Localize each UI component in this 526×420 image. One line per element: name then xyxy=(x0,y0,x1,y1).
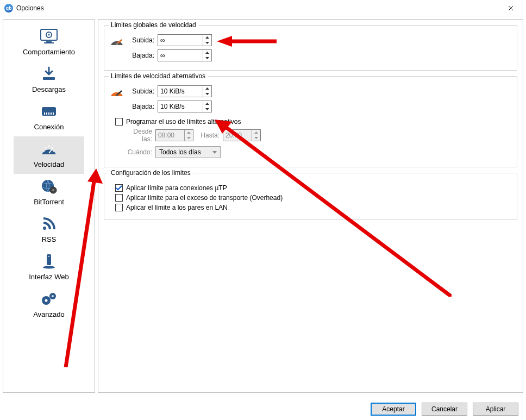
group-limit-config: Configuración de los limites Aplicar lím… xyxy=(104,173,517,220)
gears-icon xyxy=(38,290,60,308)
spin-up-icon[interactable] xyxy=(203,35,211,40)
upload-label: Subida: xyxy=(128,87,154,95)
svg-point-4 xyxy=(48,34,49,36)
from-time-input xyxy=(156,131,184,139)
window-title: Opciones xyxy=(16,4,500,12)
spin-down-icon xyxy=(252,135,260,141)
from-label: Desde las: xyxy=(122,128,152,143)
group-title: Configuración de los limites xyxy=(109,169,193,177)
alt-upload-input[interactable] xyxy=(158,87,203,95)
speedometer-alt-icon xyxy=(110,85,124,99)
lan-checkbox-label: Aplicar el límite a los pares en LAN xyxy=(126,204,228,211)
svg-rect-10 xyxy=(51,112,52,115)
global-upload-spinner[interactable] xyxy=(158,34,212,46)
svg-point-25 xyxy=(45,299,47,302)
svg-rect-7 xyxy=(44,112,45,115)
svg-rect-2 xyxy=(44,42,54,43)
alt-download-spinner[interactable] xyxy=(158,101,212,112)
sidebar-item-label: Avanzado xyxy=(33,310,65,318)
download-icon xyxy=(38,65,60,83)
dialog-footer: Aceptar Cancelar Aplicar xyxy=(0,398,526,420)
speedometer-icon xyxy=(38,140,60,158)
svg-point-27 xyxy=(52,295,54,297)
apply-button[interactable]: Aplicar xyxy=(473,403,518,416)
to-label: Hasta: xyxy=(197,131,220,139)
close-button[interactable] xyxy=(500,0,522,16)
svg-point-22 xyxy=(48,256,49,257)
from-time-spinner xyxy=(155,129,193,141)
svg-point-14 xyxy=(48,146,50,147)
alt-download-input[interactable] xyxy=(158,103,203,110)
sidebar-item-label: Comportamiento xyxy=(23,48,75,56)
global-download-spinner[interactable] xyxy=(158,49,212,61)
sidebar-item-label: Conexión xyxy=(34,123,64,131)
overhead-checkbox[interactable]: Aplicar límite para el exceso de transpo… xyxy=(115,194,511,202)
app-logo-icon: qb xyxy=(4,4,13,12)
cancel-button[interactable]: Cancelar xyxy=(422,403,467,416)
ethernet-icon xyxy=(38,102,60,121)
sidebar-item-bittorrent[interactable]: BitTorrent xyxy=(14,174,84,211)
sidebar-item-label: BitTorrent xyxy=(34,198,64,206)
spin-up-icon xyxy=(185,130,193,135)
sidebar-item-behavior[interactable]: Comportamiento xyxy=(14,24,84,61)
speedometer-small-icon xyxy=(110,34,124,48)
svg-rect-11 xyxy=(53,112,54,115)
group-title: Limites globales de velocidad xyxy=(109,21,198,29)
sidebar-item-downloads[interactable]: Descargas xyxy=(14,61,84,99)
svg-rect-8 xyxy=(46,112,47,115)
svg-point-23 xyxy=(43,266,55,269)
monitor-gear-icon xyxy=(38,27,60,46)
to-time-input xyxy=(223,131,252,139)
download-label: Bajada: xyxy=(128,103,154,110)
group-alt-limits: Límites de velocidad alternativos Subida… xyxy=(104,76,517,167)
spin-up-icon[interactable] xyxy=(203,86,211,91)
upload-label: Subida: xyxy=(128,36,154,44)
global-upload-input[interactable] xyxy=(158,36,203,44)
sidebar-item-label: RSS xyxy=(42,235,57,243)
sidebar-item-label: Velocidad xyxy=(34,160,64,168)
sidebar-item-speed[interactable]: Velocidad xyxy=(14,136,84,174)
overhead-checkbox-label: Aplicar límite para el exceso de transpo… xyxy=(126,194,283,202)
global-download-input[interactable] xyxy=(158,52,203,59)
svg-point-20 xyxy=(43,227,46,230)
schedule-checkbox-label: Programar el uso de límites alternativos xyxy=(126,118,241,126)
content-panel: Limites globales de velocidad Subida: Ba… xyxy=(98,19,523,393)
spin-up-icon xyxy=(252,130,260,135)
checkbox-box xyxy=(115,118,123,126)
spin-up-icon[interactable] xyxy=(203,50,211,55)
group-global-limits: Limites globales de velocidad Subida: Ba… xyxy=(104,25,517,71)
to-time-spinner xyxy=(223,129,261,141)
svg-point-29 xyxy=(116,94,118,96)
svg-rect-9 xyxy=(48,112,49,115)
utp-checkbox-label: Aplicar límite para conexiones µTP xyxy=(126,184,227,192)
spin-down-icon[interactable] xyxy=(203,40,211,46)
svg-rect-5 xyxy=(43,77,55,80)
spin-up-icon[interactable] xyxy=(203,101,211,106)
sidebar-item-connection[interactable]: Conexión xyxy=(14,99,84,136)
ok-button[interactable]: Aceptar xyxy=(371,403,416,416)
sidebar: Comportamiento Descargas Conexión Veloci… xyxy=(3,19,95,393)
sidebar-item-advanced[interactable]: Avanzado xyxy=(14,286,84,324)
lan-checkbox[interactable]: Aplicar el límite a los pares en LAN xyxy=(115,204,511,211)
svg-point-19 xyxy=(52,189,54,191)
schedule-checkbox[interactable]: Programar el uso de límites alternativos xyxy=(115,118,511,126)
spin-down-icon[interactable] xyxy=(203,106,211,112)
spin-down-icon[interactable] xyxy=(203,91,211,97)
sidebar-item-label: Interfaz Web xyxy=(29,273,68,281)
rss-icon xyxy=(38,215,60,233)
titlebar: qb Opciones xyxy=(0,0,526,16)
server-icon xyxy=(38,252,60,271)
alt-upload-spinner[interactable] xyxy=(158,85,212,97)
spin-down-icon[interactable] xyxy=(203,55,211,61)
svg-rect-1 xyxy=(46,41,52,42)
checkbox-box xyxy=(115,204,123,211)
when-label: Cuándo: xyxy=(122,148,152,156)
sidebar-item-webui[interactable]: Interfaz Web xyxy=(14,249,84,286)
globe-gear-icon xyxy=(38,177,60,196)
svg-point-12 xyxy=(43,151,45,152)
spin-down-icon xyxy=(185,135,193,141)
svg-point-13 xyxy=(45,147,47,149)
utp-checkbox[interactable]: Aplicar límite para conexiones µTP xyxy=(115,184,511,192)
sidebar-item-rss[interactable]: RSS xyxy=(14,211,84,249)
svg-point-16 xyxy=(53,151,55,152)
